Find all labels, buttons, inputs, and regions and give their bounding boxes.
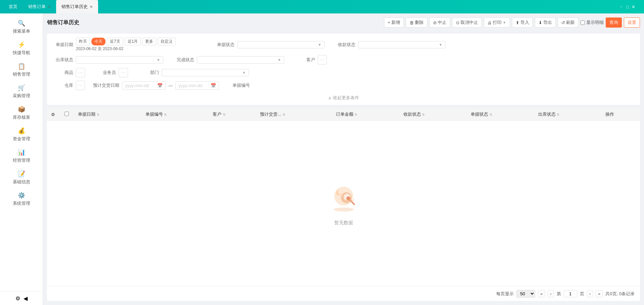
outbound-status-label: 出库状态 — [52, 57, 76, 63]
show-detail-label[interactable]: 显示明细 — [581, 20, 604, 26]
goods-select[interactable]: ··· — [76, 68, 85, 77]
customer-select[interactable]: ··· — [318, 55, 327, 65]
th-actions: 操作 — [601, 108, 640, 121]
outbound-status-select[interactable]: ▼ — [76, 56, 163, 64]
sort-outbound-icon: ⇅ — [557, 113, 559, 116]
sidebar-item-search-menu[interactable]: 🔍 搜索菜单 — [0, 16, 43, 38]
sidebar-item-sales-mgmt[interactable]: 📋 销售管理 — [0, 59, 43, 81]
content-area: 销售订单历史 + 新增 🗑 删除 ⊘ 中止 ⊙ 取消中止 🖨 打印 — [43, 13, 644, 305]
salesperson-select[interactable]: ··· — [119, 68, 128, 77]
date-btn-today[interactable]: 今天 — [91, 38, 105, 45]
total-info: 共0页, 0条记录 — [605, 291, 635, 297]
date-separator: — — [166, 83, 175, 88]
th-doc-status[interactable]: 单据状态 ⇅ — [467, 108, 534, 121]
tab-home[interactable]: 首页 — [3, 0, 23, 13]
refresh-btn[interactable]: ↺ 刷新 — [558, 17, 578, 28]
tab-sales-order-history-close[interactable]: ✕ — [90, 5, 93, 9]
export-btn[interactable]: ⬇ 导出 — [535, 17, 556, 28]
status-label: 单据状态 — [210, 42, 237, 48]
table-header-row: ⚙ 单据日期 ⇅ 单据编号 ⇅ — [47, 108, 640, 121]
th-doc-no[interactable]: 单据编号 ⇅ — [141, 108, 209, 121]
filter-row-3: 商品 ··· 业务员 ··· 部门 ▼ — [52, 68, 635, 77]
minimize-btn[interactable]: － — [619, 4, 624, 10]
sort-doc-status-icon: ⇅ — [489, 113, 492, 116]
sidebar-item-operations[interactable]: 📊 经营管理 — [0, 145, 43, 167]
dept-chevron: ▼ — [242, 71, 246, 75]
sidebar-settings-icon[interactable]: ⚙ — [15, 295, 20, 302]
sidebar-item-basic-info[interactable]: 📝 基础信息 — [0, 167, 43, 188]
sidebar-item-system[interactable]: ⚙️ 系统管理 — [0, 188, 43, 210]
collapse-label: 收起更多条件 — [333, 95, 359, 101]
date-btn-custom[interactable]: 自定义 — [158, 38, 176, 45]
date-btn-more[interactable]: 更多 — [142, 38, 156, 45]
sort-receipt-icon: ⇅ — [422, 113, 425, 116]
completion-status-select[interactable]: ▼ — [197, 56, 284, 64]
purchase-mgmt-icon: 🛒 — [18, 84, 25, 91]
date-btn-1month[interactable]: 近1月 — [125, 38, 141, 45]
expected-date-to[interactable]: yyyy-mm-dd 📅 — [175, 81, 219, 90]
stop-btn[interactable]: ⊘ 中止 — [429, 17, 450, 28]
stop-icon: ⊘ — [433, 20, 437, 25]
warehouse-label: 仓库 — [52, 82, 76, 88]
sidebar: 🔍 搜索菜单 ⚡ 快捷导航 📋 销售管理 🛒 采购管理 📦 库存核算 💰 资金管… — [0, 13, 43, 305]
th-expected-date[interactable]: 预计交货... ⇅ — [256, 108, 332, 121]
th-outbound-status[interactable]: 出库状态 ⇅ — [534, 108, 602, 121]
prev-page-btn[interactable]: ‹ — [548, 290, 554, 297]
collapse-row[interactable]: ∧ 收起更多条件 — [52, 93, 635, 101]
th-date[interactable]: 单据日期 ⇅ — [74, 108, 141, 121]
doc-status-select[interactable]: ▼ — [237, 41, 325, 48]
sidebar-item-finance[interactable]: 💰 资金管理 — [0, 124, 43, 145]
query-btn[interactable]: 查询 — [606, 17, 622, 28]
finance-icon: 💰 — [18, 127, 25, 135]
first-page-btn[interactable]: « — [538, 290, 545, 297]
settings-btn[interactable]: 设置 — [624, 17, 640, 28]
maximize-btn[interactable]: □ — [626, 4, 629, 9]
settings-icon: ⚙ — [51, 112, 55, 117]
th-customer[interactable]: 客户 ⇅ — [209, 108, 256, 121]
sidebar-collapse-icon[interactable]: ◀ — [24, 295, 28, 302]
sidebar-item-quick-nav[interactable]: ⚡ 快捷导航 — [0, 38, 43, 59]
import-btn[interactable]: ⬆ 导入 — [512, 17, 533, 28]
th-checkbox[interactable] — [60, 108, 74, 121]
sort-customer-icon: ⇅ — [223, 113, 225, 116]
delete-btn[interactable]: 🗑 删除 — [406, 17, 427, 28]
new-btn[interactable]: + 新增 — [384, 17, 404, 28]
refresh-icon: ↺ — [561, 20, 565, 25]
empty-state: 暂无数据 — [47, 121, 640, 286]
show-detail-checkbox[interactable] — [581, 21, 585, 25]
tab-sales-order[interactable]: 销售订单 ✕ — [23, 0, 56, 13]
sort-amount-icon: ⇅ — [354, 113, 357, 116]
collapse-up-icon: ∧ — [328, 96, 332, 101]
customer-label: 客户 — [291, 57, 318, 63]
page-input[interactable] — [564, 290, 577, 297]
sidebar-item-inventory[interactable]: 📦 库存核算 — [0, 102, 43, 124]
tab-sales-order-close[interactable]: ✕ — [48, 5, 51, 9]
select-all-checkbox[interactable] — [65, 112, 69, 116]
filter-row-2: 出库状态 ▼ 完成状态 ▼ 客户 ··· — [52, 55, 635, 65]
print-btn[interactable]: 🖨 打印 ▼ — [484, 17, 510, 28]
last-page-btn[interactable]: » — [596, 290, 603, 297]
search-menu-icon: 🔍 — [18, 20, 25, 27]
close-btn[interactable]: ✕ — [632, 4, 635, 9]
page-size-select[interactable]: 50 10 20 100 — [516, 290, 535, 298]
sidebar-item-purchase-mgmt[interactable]: 🛒 采购管理 — [0, 81, 43, 102]
th-amount[interactable]: 订单金额 ⇅ — [332, 108, 399, 121]
dept-select[interactable]: ▼ — [162, 69, 249, 76]
sort-docno-icon: ⇅ — [164, 113, 167, 116]
export-icon: ⬇ — [539, 20, 542, 25]
next-page-btn[interactable]: › — [587, 290, 593, 297]
date-btn-7days[interactable]: 近7天 — [107, 38, 123, 45]
warehouse-select[interactable]: ··· — [76, 81, 85, 90]
date-btn-yesterday[interactable]: 昨天 — [76, 38, 90, 45]
page-label: 第 — [557, 291, 561, 297]
th-settings[interactable]: ⚙ — [47, 108, 60, 121]
date-label: 单据日期 — [52, 42, 76, 48]
cancel-stop-btn[interactable]: ⊙ 取消中止 — [452, 17, 482, 28]
th-receipt-status[interactable]: 收款状态 ⇅ — [399, 108, 467, 121]
receipt-status-select[interactable]: ▼ — [358, 41, 445, 48]
tab-sales-order-history[interactable]: 销售订单历史 ✕ — [56, 0, 98, 13]
date-range-text: 2023-06-02 至 2023-06-02 — [76, 46, 210, 52]
sidebar-bottom: ⚙ ◀ — [0, 292, 43, 305]
receipt-status-label: 收款状态 — [331, 42, 358, 48]
expected-date-from[interactable]: yyyy-mm-dd 📅 — [122, 81, 166, 90]
